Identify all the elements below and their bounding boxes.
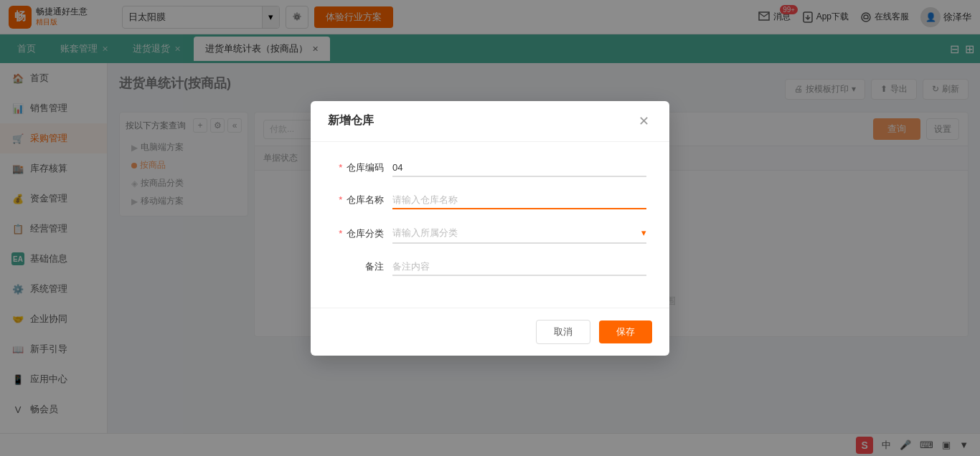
new-warehouse-modal: 新增仓库 ✕ * 仓库编码 * 仓库名称 (311, 101, 669, 356)
form-row-category: * 仓库分类 请输入所属分类 ▾ (334, 224, 646, 244)
name-input[interactable] (392, 191, 646, 209)
modal-footer: 取消 保存 (311, 308, 669, 356)
category-select[interactable]: 请输入所属分类 ▾ (392, 224, 646, 244)
code-label: * 仓库编码 (334, 161, 384, 174)
category-label: * 仓库分类 (334, 227, 384, 240)
modal-header: 新增仓库 ✕ (311, 101, 669, 142)
note-input[interactable] (392, 258, 646, 276)
modal-close-btn[interactable]: ✕ (635, 113, 652, 130)
code-input[interactable] (392, 159, 646, 177)
form-row-note: 备注 (334, 258, 646, 276)
name-label: * 仓库名称 (334, 194, 384, 206)
save-btn[interactable]: 保存 (599, 320, 652, 343)
modal-overlay: 新增仓库 ✕ * 仓库编码 * 仓库名称 (0, 0, 980, 456)
form-row-code: * 仓库编码 (334, 159, 646, 177)
modal-body: * 仓库编码 * 仓库名称 * 仓库分类 请输入所属 (311, 142, 669, 308)
note-label: 备注 (334, 260, 384, 273)
form-row-name: * 仓库名称 (334, 191, 646, 209)
cancel-btn[interactable]: 取消 (536, 320, 590, 344)
category-dropdown-icon: ▾ (641, 227, 646, 238)
modal-title: 新增仓库 (328, 113, 374, 128)
